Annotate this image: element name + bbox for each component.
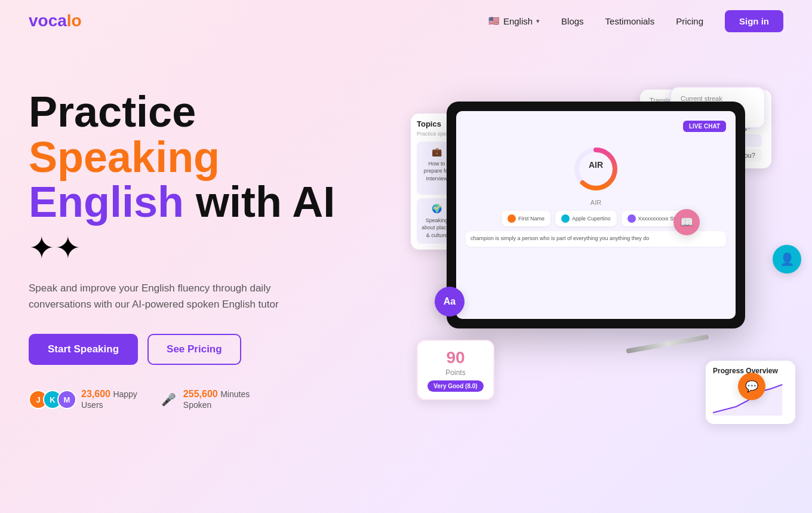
lang-label: English <box>503 16 533 26</box>
tablet-device: LIVE CHAT AIR <box>447 102 745 328</box>
start-speaking-button[interactable]: Start Speaking <box>29 334 138 365</box>
user-float-button[interactable]: 👤 <box>773 245 801 274</box>
points-badge: Very Good (8.0) <box>427 380 484 392</box>
logo[interactable]: vocalo <box>29 11 82 30</box>
user-name: First Name <box>518 216 545 222</box>
chat-float-icon: 💬 <box>745 380 758 393</box>
reading-float-button[interactable]: 📖 <box>673 209 700 235</box>
points-label: Points <box>427 368 484 377</box>
lang-flag: 🇺🇸 <box>488 16 500 26</box>
hero-buttons: Start Speaking See Pricing <box>29 334 387 365</box>
nav-links: 🇺🇸 English ▾ Blogs Testimonials Pricing … <box>488 10 783 32</box>
hero-section: Practice Speaking English with AI ✦✦ Spe… <box>0 42 812 460</box>
tablet-user-item: First Name <box>502 211 550 226</box>
pricing-link[interactable]: Pricing <box>676 16 703 26</box>
svg-text:AIR: AIR <box>589 160 603 170</box>
points-card: 90 Points Very Good (8.0) <box>417 340 494 400</box>
aa-icon: Aa <box>444 296 456 307</box>
tablet-header-row: LIVE CHAT <box>466 121 726 132</box>
minutes-stat-text: 255,600 MinutesSpoken <box>183 389 250 410</box>
title-practice: Practice <box>29 88 196 136</box>
user-float-icon: 👤 <box>780 252 795 266</box>
chevron-down-icon: ▾ <box>536 17 540 25</box>
hero-title: Practice Speaking English with AI <box>29 90 387 225</box>
users-count: 23,600 <box>81 389 110 399</box>
points-number: 90 <box>427 348 484 367</box>
stylus-pen <box>626 334 709 354</box>
avatar-group: J K M <box>29 390 76 409</box>
grammar-float-button[interactable]: Aa <box>435 287 465 317</box>
users-stat: J K M 23,600 HappyUsers <box>29 389 137 410</box>
navbar: vocalo 🇺🇸 English ▾ Blogs Testimonials P… <box>0 0 812 42</box>
tablet-user-item: Apple Cupertino <box>555 211 617 226</box>
avatar: M <box>57 390 76 409</box>
signin-button[interactable]: Sign in <box>725 10 783 32</box>
title-speaking: Speaking <box>29 133 220 181</box>
see-pricing-button[interactable]: See Pricing <box>147 334 241 365</box>
tablet-score: AIR <box>466 199 726 206</box>
hero-description: Speak and improve your English fluency t… <box>29 280 315 312</box>
progress-ring: AIR <box>572 145 620 193</box>
logo-end: lo <box>67 11 82 30</box>
logo-start: voca <box>29 11 67 30</box>
language-selector[interactable]: 🇺🇸 English ▾ <box>488 16 540 26</box>
chat-float-button[interactable]: 💬 <box>738 373 765 400</box>
hero-content: Practice Speaking English with AI ✦✦ Spe… <box>29 78 387 411</box>
title-english: English <box>29 178 184 226</box>
live-chat-button[interactable]: LIVE CHAT <box>683 121 726 132</box>
title-with-ai: with AI <box>184 178 335 226</box>
user-name: Apple Cupertino <box>572 216 611 222</box>
hero-illustration: Topics Practice specific per day for you… <box>411 78 783 436</box>
book-float-icon: 📖 <box>680 216 693 229</box>
users-stat-text: 23,600 HappyUsers <box>81 389 137 410</box>
minutes-stat: 🎤 255,600 MinutesSpoken <box>161 389 250 410</box>
testimonials-link[interactable]: Testimonials <box>605 16 655 26</box>
mic-icon: 🎤 <box>161 392 176 407</box>
blogs-link[interactable]: Blogs <box>561 16 584 26</box>
sparkle-icon: ✦✦ <box>29 230 387 266</box>
hero-stats: J K M 23,600 HappyUsers 🎤 255,600 Minute… <box>29 389 387 410</box>
minutes-count: 255,600 <box>183 389 218 399</box>
